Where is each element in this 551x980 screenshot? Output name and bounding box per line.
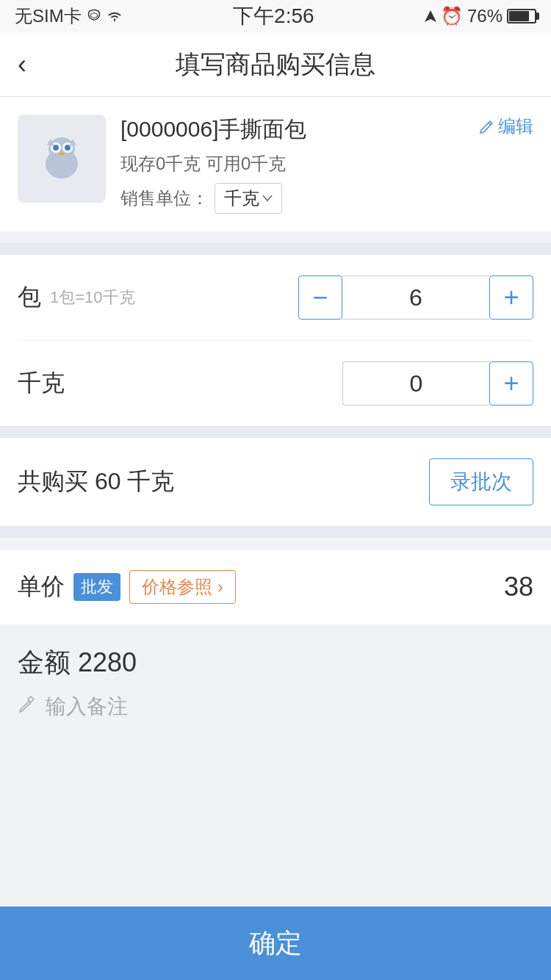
product-logo bbox=[32, 133, 91, 184]
qty-control-kg: + bbox=[342, 361, 533, 406]
separator-1 bbox=[0, 243, 551, 255]
price-type-tag: 批发 bbox=[73, 573, 120, 601]
qty-label-bag: 包 1包=10千克 bbox=[18, 281, 135, 314]
pencil-icon bbox=[18, 695, 37, 719]
qty-hint-bag: 1包=10千克 bbox=[50, 287, 135, 309]
qty-plus-kg[interactable]: + bbox=[489, 361, 533, 406]
alarm-icon: ⏰ bbox=[441, 6, 463, 26]
qty-input-bag[interactable] bbox=[342, 275, 489, 320]
remark-placeholder: 输入备注 bbox=[46, 693, 128, 721]
page-title: 填写商品购买信息 bbox=[176, 48, 375, 82]
status-bar: 无SIM卡 下午2:56 ⏰ 76% bbox=[0, 0, 551, 32]
battery-icon bbox=[507, 9, 536, 24]
price-reference-button[interactable]: 价格参照 › bbox=[129, 570, 236, 604]
price-label: 单价 批发 价格参照 › bbox=[18, 570, 236, 604]
carrier-text: 无SIM卡 bbox=[15, 4, 82, 28]
quantity-section: 包 1包=10千克 − + 千克 + bbox=[0, 255, 551, 426]
amount-section: 金额 2280 输入备注 bbox=[0, 624, 551, 732]
total-row: 共购买 60 千克 录批次 bbox=[0, 438, 551, 526]
qty-label-kg: 千克 bbox=[18, 367, 65, 400]
separator-3 bbox=[0, 526, 551, 538]
remark-input-row[interactable]: 输入备注 bbox=[18, 693, 533, 721]
back-button[interactable]: ‹ bbox=[18, 49, 26, 80]
product-unit: 销售单位： 千克 bbox=[120, 183, 533, 214]
record-batch-button[interactable]: 录批次 bbox=[429, 458, 533, 505]
sim-icon bbox=[87, 6, 101, 26]
wifi-icon bbox=[107, 6, 123, 26]
product-name: [0000006]手撕面包 bbox=[120, 115, 306, 145]
nav-bar: ‹ 填写商品购买信息 bbox=[0, 32, 551, 97]
qty-control-bag: − + bbox=[298, 275, 533, 320]
edit-icon bbox=[479, 118, 495, 134]
price-section: 单价 批发 价格参照 › 38 bbox=[0, 550, 551, 624]
chevron-down-icon bbox=[262, 195, 273, 202]
qty-minus-bag[interactable]: − bbox=[298, 275, 342, 320]
product-stock: 现存0千克 可用0千克 bbox=[120, 152, 533, 176]
qty-input-kg[interactable] bbox=[342, 361, 489, 406]
edit-button[interactable]: 编辑 bbox=[479, 115, 533, 138]
amount-text: 金额 2280 bbox=[18, 645, 533, 681]
unit-selector[interactable]: 千克 bbox=[215, 183, 282, 214]
qty-plus-bag[interactable]: + bbox=[489, 275, 533, 320]
quantity-row-kg: 千克 + bbox=[18, 341, 533, 426]
product-info: [0000006]手撕面包 编辑 现存0千克 可用0千克 销售单位： 千克 bbox=[120, 115, 533, 214]
total-text: 共购买 60 千克 bbox=[18, 466, 174, 498]
status-right: ⏰ 76% bbox=[425, 6, 536, 26]
battery-text: 76% bbox=[467, 6, 503, 26]
status-time: 下午2:56 bbox=[233, 2, 314, 30]
product-thumbnail bbox=[18, 115, 106, 203]
quantity-row-bag: 包 1包=10千克 − + bbox=[18, 255, 533, 341]
product-card: [0000006]手撕面包 编辑 现存0千克 可用0千克 销售单位： 千克 bbox=[0, 97, 551, 231]
status-left: 无SIM卡 bbox=[15, 4, 123, 28]
confirm-button[interactable]: 确定 bbox=[0, 907, 551, 980]
separator-2 bbox=[0, 426, 551, 438]
price-row: 单价 批发 价格参照 › 38 bbox=[18, 570, 533, 604]
price-value: 38 bbox=[504, 572, 533, 602]
location-icon bbox=[425, 6, 436, 26]
